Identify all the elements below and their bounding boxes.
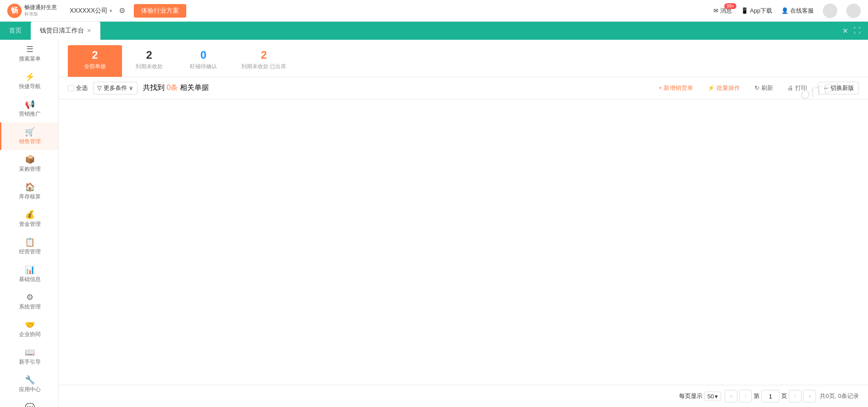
sidebar-item-search-label: 搜索菜单 [19,55,41,63]
sidebar-item-app-center-label: 应用中心 [19,386,41,393]
last-page-button[interactable]: » [803,390,816,402]
content-area: 2 全部单据 2 到期未收款 0 旺铺待确认 2 到期未收款 已出库 全选 [59,40,868,407]
stat-wangpu-number: 0 [200,49,206,62]
expand-icon[interactable]: ⛶ [852,25,863,37]
topbar-right: ✉ 消息 99+ 📱 App下载 👤 在线客服 [713,4,861,18]
sidebar-item-basic-info[interactable]: 📊 基础信息 [0,260,58,288]
switch-version-button[interactable]: ↔ 切换新版 [818,82,859,94]
company-arrow: ▾ [109,8,112,14]
tabbar-actions: ✕ ⛶ [840,25,868,37]
refresh-button[interactable]: ↻ 刷新 [751,82,777,94]
add-order-button[interactable]: + 新增销货单 [655,82,697,94]
sidebar-item-basic-info-label: 基础信息 [19,276,41,283]
found-count: 0条 [166,84,178,91]
tab-workbench[interactable]: 钱货日清工作台 ✕ [31,22,100,40]
tab-close-icon[interactable]: ✕ [87,28,91,34]
refresh-label: 刷新 [761,84,773,92]
sidebar-item-system[interactable]: ⚙ 系统管理 [0,288,58,315]
print-button[interactable]: 🖨 打印 [784,82,811,94]
page-label-2: 页 [781,392,787,400]
close-tab-icon[interactable]: ✕ [840,25,850,37]
settings-icon[interactable]: ⚙ [116,5,128,17]
page-size-arrow: ▾ [715,393,718,400]
experience-button[interactable]: 体验行业方案 [134,4,186,18]
found-text: 共找到 0条 相关单据 [143,83,209,93]
sidebar-item-enterprise-label: 企业协同 [19,331,41,338]
app-download-label: App下载 [750,7,772,15]
logo-icon: 畅 [7,4,22,18]
quick-nav-icon: ⚡ [25,73,35,81]
sidebar-item-marketing[interactable]: 📢 营销推广 [0,95,58,122]
search-menu-icon: ☰ [26,45,33,53]
next-page-button[interactable]: › [789,390,802,402]
page-size-select[interactable]: 50 ▾ [704,392,721,401]
avatar-extra[interactable] [846,4,861,18]
prev-page-button[interactable]: ‹ [739,390,752,402]
pagination: 每页显示 50 ▾ « ‹ 第 页 › » 共0页, 0条记录 [59,385,868,407]
select-all-label: 全选 [76,84,88,92]
switch-label: 切换新版 [830,84,854,92]
batch-operation-button[interactable]: ⚡ 批量操作 [704,82,744,94]
sidebar-item-purchase-label: 采购管理 [19,165,41,173]
message-badge: 99+ [724,3,736,9]
filter-label: 更多条件 [104,84,127,92]
stat-shipped-number: 2 [261,49,267,62]
batch-label: 批量操作 [717,84,740,92]
sidebar-item-sales[interactable]: 🛒 销售管理 [0,122,58,150]
tabbar: 首页 钱货日清工作台 ✕ ✕ ⛶ [0,22,868,40]
stat-card-all[interactable]: 2 全部单据 [68,45,122,77]
sidebar-item-app-center[interactable]: 🔧 应用中心 [0,370,58,398]
sidebar: ☰ 搜索菜单 ⚡ 快捷导航 📢 营销推广 🛒 销售管理 📦 采购管理 🏠 库存核… [0,40,59,407]
company-name: XXXXXX公司 [70,7,108,15]
sidebar-item-purchase[interactable]: 📦 采购管理 [0,150,58,178]
toolbar: 全选 ▽ 更多条件 ∨ 共找到 0条 相关单据 + 新增销货单 ⚡ 批量操作 ↻ [59,77,868,99]
online-service-item[interactable]: 👤 在线客服 [781,7,814,15]
sidebar-item-wechat[interactable]: 💬 企业微信 [0,398,58,407]
tab-home[interactable]: 首页 [0,22,31,40]
sidebar-item-operations[interactable]: 📋 经营管理 [0,233,58,260]
page-input[interactable] [761,390,779,402]
sidebar-item-search[interactable]: ☰ 搜索菜单 [0,40,58,67]
sidebar-item-guide[interactable]: 📖 新手引导 [0,343,58,370]
basic-info-icon: 📊 [25,266,35,274]
switch-icon: ↔ [823,84,829,91]
operations-icon: 📋 [25,238,35,246]
filter-button[interactable]: ▽ 更多条件 ∨ [93,82,137,94]
sidebar-item-inventory[interactable]: 🏠 库存核算 [0,178,58,205]
marketing-icon: 📢 [25,100,35,108]
page-label: 第 [754,392,760,400]
service-icon: 👤 [781,7,788,14]
sidebar-item-enterprise[interactable]: 🤝 企业协同 [0,315,58,343]
stats-row: 2 全部单据 2 到期未收款 0 旺铺待确认 2 到期未收款 已出库 [59,40,868,77]
sidebar-item-system-label: 系统管理 [19,303,41,311]
sidebar-item-finance[interactable]: 💰 资金管理 [0,205,58,233]
guide-icon: 📖 [25,348,35,356]
stat-card-shipped[interactable]: 2 到期未收款 已出库 [231,45,297,77]
print-label: 打印 [795,84,807,92]
first-page-button[interactable]: « [725,390,737,402]
stat-overdue-label: 到期未收款 [136,63,163,70]
enterprise-icon: 🤝 [25,321,35,329]
sidebar-item-quick-nav[interactable]: ⚡ 快捷导航 [0,67,58,95]
page-size-selector: 每页显示 50 ▾ [679,392,721,401]
sales-icon: 🛒 [25,128,35,136]
app-download-item[interactable]: 📱 App下载 [741,7,772,15]
avatar[interactable] [823,4,837,18]
select-all-checkbox[interactable]: 全选 [68,84,88,92]
pagination-nav: « ‹ 第 页 › » [725,390,816,402]
sidebar-item-quick-nav-label: 快捷导航 [19,83,41,90]
system-icon: ⚙ [26,293,33,301]
company-selector[interactable]: XXXXXX公司 ▾ [70,7,112,15]
message-icon: ✉ [713,7,718,14]
finance-icon: 💰 [25,211,35,219]
refresh-icon: ↻ [755,84,760,91]
message-item[interactable]: ✉ 消息 99+ [713,7,732,15]
purchase-icon: 📦 [25,155,35,164]
stat-card-wangpu[interactable]: 0 旺铺待确认 [176,45,231,77]
sidebar-item-marketing-label: 营销推广 [19,110,41,118]
app-center-icon: 🔧 [25,376,35,384]
tab-workbench-label: 钱货日清工作台 [40,27,84,35]
table-area [59,99,868,385]
tab-home-label: 首页 [9,27,22,35]
stat-card-overdue[interactable]: 2 到期未收款 [122,45,176,77]
